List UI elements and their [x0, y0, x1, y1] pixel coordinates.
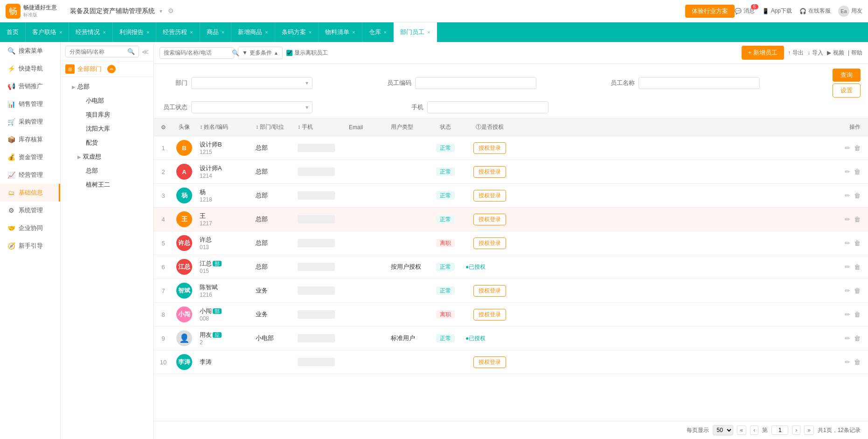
sidebar-item-搜索菜单[interactable]: 🔍搜索菜单	[0, 42, 60, 60]
nav-tab-仓库[interactable]: 仓库×	[362, 22, 394, 42]
close-tab-icon[interactable]: ×	[103, 29, 105, 35]
edit-icon[interactable]: ✏	[845, 239, 850, 247]
message-btn[interactable]: 💬 6 消息	[735, 7, 755, 15]
dept-node-双虚想[interactable]: ▶双虚想	[61, 150, 153, 164]
show-resigned-checkbox[interactable]: 显示离职员工	[286, 49, 328, 57]
delete-icon[interactable]: 🗑	[854, 263, 861, 271]
nav-tab-部门员工[interactable]: 部门员工×	[394, 22, 437, 42]
sidebar-item-营销推广[interactable]: 📢营销推广	[0, 77, 60, 95]
close-tab-icon[interactable]: ×	[59, 29, 62, 35]
nav-tab-条码方案[interactable]: 条码方案×	[275, 22, 319, 42]
collapse-btn[interactable]: ≪	[142, 48, 149, 56]
app-download-btn[interactable]: 📱 App下载	[762, 7, 792, 15]
dept-node-沈阳大库[interactable]: 沈阳大库	[61, 122, 153, 136]
close-tab-icon[interactable]: ×	[427, 29, 430, 35]
close-tab-icon[interactable]: ×	[384, 29, 387, 35]
emp-status-select[interactable]: ▾	[191, 101, 312, 113]
auth-btn[interactable]: 授权登录	[473, 237, 506, 249]
nav-tab-经营历程[interactable]: 经营历程×	[156, 22, 200, 42]
auth-btn[interactable]: 授权登录	[473, 166, 506, 178]
edit-icon[interactable]: ✏	[845, 311, 850, 318]
nav-tab-商品[interactable]: 商品×	[200, 22, 231, 42]
delete-icon[interactable]: 🗑	[854, 239, 861, 247]
sidebar-item-经营管理[interactable]: 📈经营管理	[0, 166, 60, 184]
dept-all[interactable]: ⊞ 全部部门 ✏	[61, 62, 153, 77]
delete-icon[interactable]: 🗑	[854, 192, 861, 199]
delete-icon[interactable]: 🗑	[854, 216, 861, 223]
edit-icon[interactable]: ✏	[845, 192, 850, 199]
auth-btn[interactable]: 授权登录	[473, 214, 506, 225]
import-btn[interactable]: ↓ 导入	[807, 49, 823, 57]
sidebar-item-销售管理[interactable]: 📊销售管理	[0, 95, 60, 113]
page-size-select[interactable]: 50	[713, 425, 733, 435]
emp-name-input[interactable]	[639, 77, 760, 89]
dept-node-项目库房[interactable]: 项目库房	[61, 108, 153, 122]
dept-node-植树王二[interactable]: 植树王二	[61, 178, 153, 192]
query-btn[interactable]: 查询	[833, 69, 861, 82]
sidebar-item-采购管理[interactable]: 🛒采购管理	[0, 113, 60, 131]
edit-icon[interactable]: ✏	[845, 263, 850, 271]
last-page-btn[interactable]: »	[804, 425, 814, 435]
edit-icon[interactable]: ✏	[845, 287, 850, 294]
phone-input[interactable]	[427, 101, 549, 113]
nav-tab-新增商品[interactable]: 新增商品×	[231, 22, 275, 42]
more-filter-btn[interactable]: ▼ 更多条件 ▲	[238, 47, 283, 59]
next-page-btn[interactable]: ›	[792, 425, 800, 435]
delete-icon[interactable]: 🗑	[854, 334, 861, 342]
nav-tab-利润报告[interactable]: 利润报告×	[113, 22, 156, 42]
close-tab-icon[interactable]: ×	[146, 29, 149, 35]
user-btn[interactable]: Ea 用友	[838, 6, 862, 17]
delete-icon[interactable]: 🗑	[854, 168, 861, 175]
edit-icon[interactable]: ✏	[845, 334, 850, 342]
sidebar-item-系统管理[interactable]: ⚙系统管理	[0, 202, 60, 219]
edit-icon[interactable]: ✏	[845, 358, 850, 366]
delete-icon[interactable]: 🗑	[854, 287, 861, 294]
auth-btn[interactable]: 授权登录	[473, 309, 506, 321]
search-input[interactable]	[164, 49, 229, 56]
dept-node-小电部[interactable]: 小电部	[61, 94, 153, 108]
dept-select[interactable]: ▾	[191, 77, 312, 89]
add-employee-btn[interactable]: + 新增员工	[742, 46, 784, 60]
sidebar-item-库存核算[interactable]: 📦库存核算	[0, 131, 60, 148]
auth-btn[interactable]: 授权登录	[473, 356, 506, 368]
emp-code-input[interactable]	[415, 77, 536, 89]
sidebar-item-快捷导航[interactable]: ⚡快捷导航	[0, 60, 60, 77]
sidebar-item-企业协同[interactable]: 🤝企业协同	[0, 219, 60, 237]
sidebar-item-基础信息[interactable]: 🗂基础信息	[0, 184, 60, 202]
sidebar-item-资金管理[interactable]: 💰资金管理	[0, 148, 60, 166]
col-settings[interactable]: ⚙	[154, 118, 173, 136]
auth-btn[interactable]: 授权登录	[473, 190, 506, 202]
delete-icon[interactable]: 🗑	[854, 144, 861, 152]
close-tab-icon[interactable]: ×	[309, 29, 312, 35]
dept-search-input[interactable]	[69, 49, 125, 55]
close-tab-icon[interactable]: ×	[352, 29, 355, 35]
page-input[interactable]	[771, 425, 788, 435]
close-tab-icon[interactable]: ×	[265, 29, 268, 35]
delete-icon[interactable]: 🗑	[854, 311, 861, 318]
sidebar-item-新手引导[interactable]: 🧭新手引导	[0, 237, 60, 255]
nav-tab-首页[interactable]: 首页	[0, 22, 26, 42]
try-btn[interactable]: 体验行业方案	[685, 5, 735, 18]
help-btn[interactable]: | 帮助	[848, 49, 862, 57]
close-tab-icon[interactable]: ×	[190, 29, 193, 35]
nav-tab-经营情况[interactable]: 经营情况×	[69, 22, 112, 42]
search-box[interactable]: 🔍	[160, 47, 234, 59]
nav-tab-物料清单[interactable]: 物料清单×	[319, 22, 362, 42]
view-btn[interactable]: ▶ 视频	[827, 49, 844, 57]
prev-page-btn[interactable]: ‹	[750, 425, 758, 435]
set-btn[interactable]: 设置	[833, 84, 861, 98]
dept-node-总部[interactable]: ▶总部	[61, 80, 153, 94]
export-btn[interactable]: ↑ 导出	[788, 49, 804, 57]
edit-icon[interactable]: ✏	[845, 144, 850, 152]
close-tab-icon[interactable]: ×	[222, 29, 224, 35]
dept-node-总部[interactable]: 总部	[61, 164, 153, 178]
auth-btn[interactable]: 授权登录	[473, 285, 506, 297]
first-page-btn[interactable]: «	[737, 425, 747, 435]
online-service-btn[interactable]: 🎧 在线客服	[799, 7, 831, 15]
dept-search-box[interactable]: 🔍	[65, 46, 139, 57]
edit-icon[interactable]: ✏	[845, 216, 850, 223]
edit-icon[interactable]: ✏	[845, 168, 850, 175]
dept-node-配货[interactable]: 配货	[61, 136, 153, 150]
nav-tab-客户联络[interactable]: 客户联络×	[26, 22, 69, 42]
auth-btn[interactable]: 授权登录	[473, 142, 506, 154]
